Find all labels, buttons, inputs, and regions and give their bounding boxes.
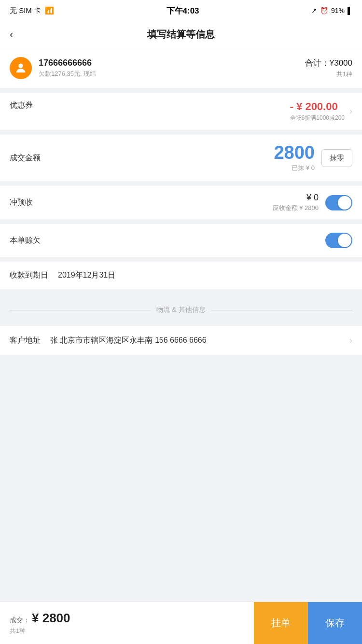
precollect-right: ¥ 0 应收金额 ¥ 2800 <box>273 193 352 212</box>
chevron-right-icon: › <box>349 106 352 116</box>
bottom-bar: 成交： ¥ 2800 共1种 挂单 保存 <box>0 602 362 644</box>
status-left: 无 SIM 卡 📶 <box>10 6 54 15</box>
coupon-desc: 全场6折满1000减200 <box>290 114 345 122</box>
user-total: 合计：¥3000 <box>305 57 352 69</box>
wifi-icon: 📶 <box>45 6 54 15</box>
precollect-num: ¥ 0 <box>273 193 319 203</box>
user-info: 17666666666 欠款1276.35元, 现结 <box>39 58 96 78</box>
address-value: 张 北京市市辖区海淀区永丰南 156 6666 6666 <box>50 335 345 346</box>
svg-point-0 <box>18 64 23 68</box>
gray-spacer <box>0 360 362 418</box>
writeoff-label: 本单赊欠 <box>10 236 41 246</box>
precollect-row: 冲预收 ¥ 0 应收金额 ¥ 2800 <box>0 186 362 219</box>
separator-2 <box>0 294 362 299</box>
duedate-label: 收款到期日 <box>10 270 48 280</box>
user-left: 17666666666 欠款1276.35元, 现结 <box>10 57 96 79</box>
page-title: 填写结算等信息 <box>147 28 215 41</box>
status-bar: 无 SIM 卡 📶 下午4:03 ↗ ⏰ 91% ▌ <box>0 0 362 21</box>
duedate-value: 2019年12月31日 <box>58 270 115 280</box>
divider-section: 物流 & 其他信息 <box>0 299 362 321</box>
user-subtext: 欠款1276.35元, 现结 <box>39 70 96 78</box>
bottom-sub: 共1种 <box>10 627 244 635</box>
duedate-row: 收款到期日 2019年12月31日 <box>10 270 352 280</box>
status-time: 下午4:03 <box>167 5 199 16</box>
precollect-toggle[interactable] <box>325 195 352 210</box>
transaction-right: 2800 已抹 ¥ 0 抹零 <box>274 143 352 172</box>
coupon-label: 优惠券 <box>10 100 33 111</box>
bottom-info: 成交： ¥ 2800 共1种 <box>0 611 254 635</box>
address-chevron-icon: › <box>349 336 352 346</box>
bottom-amount: ¥ 2800 <box>32 611 70 626</box>
save-button[interactable]: 保存 <box>308 602 362 644</box>
writeoff-row: 本单赊欠 <box>10 224 352 257</box>
duedate-section: 收款到期日 2019年12月31日 <box>0 262 362 289</box>
location-icon: ↗ <box>311 7 317 14</box>
user-card: 17666666666 欠款1276.35元, 现结 合计：¥3000 共1种 <box>0 48 362 88</box>
alarm-icon: ⏰ <box>320 7 328 14</box>
toggle-knob <box>338 196 351 210</box>
writeoff-toggle[interactable] <box>325 233 352 248</box>
precollect-amount-block: ¥ 0 应收金额 ¥ 2800 <box>273 193 319 212</box>
transaction-label: 成交金额 <box>10 153 41 163</box>
coupon-amount: - ¥ 200.00 <box>290 100 345 113</box>
separator-1 <box>0 219 362 224</box>
writeoff-toggle-knob <box>338 234 351 247</box>
precollect-label: 冲预收 <box>10 197 33 208</box>
battery-icon: ▌ <box>348 7 352 14</box>
transaction-row: 成交金额 2800 已抹 ¥ 0 抹零 <box>10 135 352 181</box>
bottom-label: 成交： <box>10 616 30 625</box>
transaction-subtext: 已抹 ¥ 0 <box>274 164 315 172</box>
address-row[interactable]: 客户地址 张 北京市市辖区海淀区永丰南 156 6666 6666 › <box>0 326 362 355</box>
user-avatar <box>10 57 32 79</box>
back-button[interactable]: ‹ <box>10 28 13 41</box>
divider-line-left <box>10 310 151 310</box>
nav-bar: ‹ 填写结算等信息 <box>0 21 362 48</box>
round-button[interactable]: 抹零 <box>321 149 352 167</box>
precollect-sub: 应收金额 ¥ 2800 <box>273 204 319 212</box>
transaction-section: 成交金额 2800 已抹 ¥ 0 抹零 <box>0 135 362 181</box>
hold-button[interactable]: 挂单 <box>254 602 308 644</box>
user-count: 共1种 <box>305 70 352 79</box>
sim-label: 无 SIM 卡 <box>10 6 41 15</box>
battery-label: 91% <box>331 7 345 14</box>
main-content: 17666666666 欠款1276.35元, 现结 合计：¥3000 共1种 … <box>0 48 362 461</box>
address-label: 客户地址 <box>10 336 41 346</box>
status-right: ↗ ⏰ 91% ▌ <box>311 7 352 14</box>
divider-line-right <box>211 310 352 310</box>
user-right: 合计：¥3000 共1种 <box>305 57 352 79</box>
transaction-amount: 2800 <box>274 143 315 162</box>
writeoff-section: 本单赊欠 <box>0 224 362 257</box>
divider-text: 物流 & 其他信息 <box>156 306 205 314</box>
coupon-row[interactable]: 优惠券 - ¥ 200.00 全场6折满1000减200 › <box>0 93 362 130</box>
user-phone: 17666666666 <box>39 58 96 68</box>
